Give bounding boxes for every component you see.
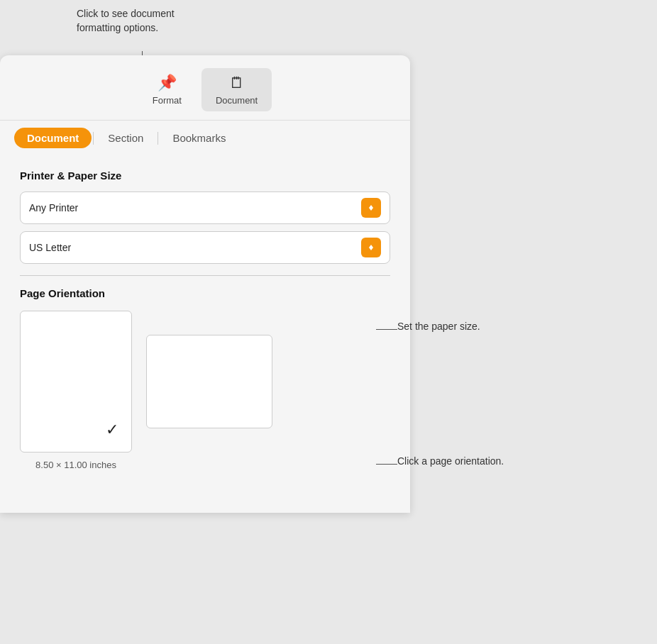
printer-dropdown[interactable]: Any Printer [20, 191, 390, 224]
portrait-checkmark: ✓ [106, 421, 118, 439]
document-tab-button[interactable]: 🗒 Document [201, 68, 272, 111]
landscape-orientation-card[interactable] [146, 335, 272, 428]
format-label: Format [153, 95, 182, 106]
paper-stepper[interactable] [361, 238, 381, 257]
orient-annotation: Click a page orientation. [397, 455, 504, 467]
printer-dropdown-value: Any Printer [29, 202, 361, 213]
orient-annotation-line [376, 464, 397, 465]
format-icon: 📌 [158, 74, 177, 92]
format-tab-button[interactable]: 📌 Format [138, 68, 196, 111]
panel-content: Printer & Paper Size Any Printer US Lett… [0, 155, 410, 484]
document-label: Document [216, 95, 258, 106]
tooltip-text: Click to see document formatting options… [77, 7, 204, 35]
orientation-section-label: Page Orientation [20, 287, 390, 299]
portrait-size-text: 8.50 × 11.00 inches [20, 460, 132, 470]
printer-section-label: Printer & Paper Size [20, 170, 390, 182]
tab-bookmarks[interactable]: Bookmarks [160, 128, 238, 148]
portrait-orientation-card[interactable]: ✓ [20, 311, 132, 453]
orientation-cards: ✓ 8.50 × 11.00 inches [20, 311, 390, 470]
document-panel: 📌 Format 🗒 Document Document Section Boo… [0, 55, 410, 513]
toolbar: 📌 Format 🗒 Document [0, 55, 410, 121]
tab-divider-1 [93, 132, 94, 145]
paper-annotation-line [376, 329, 397, 330]
paper-dropdown-value: US Letter [29, 242, 361, 253]
tab-section[interactable]: Section [95, 128, 156, 148]
tab-document[interactable]: Document [14, 128, 92, 148]
section-divider [20, 275, 390, 276]
segment-tabs: Document Section Bookmarks [0, 121, 410, 155]
document-icon: 🗒 [229, 74, 245, 92]
paper-dropdown[interactable]: US Letter [20, 231, 390, 264]
tab-divider-2 [158, 132, 158, 145]
printer-stepper[interactable] [361, 198, 381, 218]
paper-size-annotation: Set the paper size. [397, 321, 480, 332]
